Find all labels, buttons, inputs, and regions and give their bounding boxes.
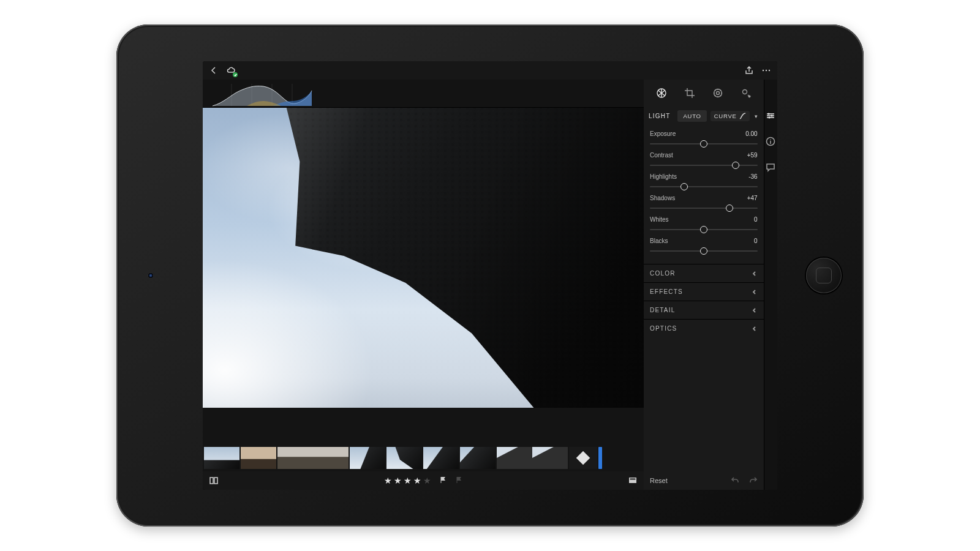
thumbnail[interactable]: [497, 447, 568, 469]
slider-knob[interactable]: [680, 183, 688, 190]
cloud-sync-status[interactable]: [226, 66, 236, 75]
auto-button[interactable]: AUTO: [677, 110, 706, 122]
thumbnail[interactable]: [277, 447, 349, 469]
flag-pick-button[interactable]: [440, 476, 447, 485]
rating-stars[interactable]: ★ ★ ★ ★ ★: [384, 476, 431, 485]
star-icon[interactable]: ★: [423, 476, 431, 485]
slider-knob[interactable]: [732, 162, 739, 169]
dock-info-button[interactable]: [765, 136, 776, 147]
histogram[interactable]: [211, 83, 312, 107]
svg-point-16: [768, 113, 770, 115]
slider-whites[interactable]: Whites0: [650, 216, 758, 234]
edit-tab-selective[interactable]: [739, 86, 753, 100]
thumbnail[interactable]: [423, 447, 459, 469]
reset-bar: Reset: [644, 471, 764, 490]
thumbnail[interactable]: [569, 447, 597, 469]
slider-label: Exposure: [650, 130, 676, 137]
slider-track[interactable]: [650, 225, 758, 234]
dock-comments-button[interactable]: [765, 162, 776, 173]
share-button[interactable]: [744, 66, 754, 75]
color-title: COLOR: [650, 270, 676, 277]
curve-icon: [739, 113, 746, 119]
edit-sidebar: LIGHT AUTO CURVE ▾ Exposure0.00Contrast+…: [644, 80, 777, 490]
slider-value: +47: [747, 195, 758, 201]
lightroom-app: ★ ★ ★ ★ ★: [203, 61, 777, 490]
light-title: LIGHT: [649, 113, 670, 119]
filmstrip-end-marker: [598, 447, 602, 469]
histogram-bar: [203, 80, 644, 108]
back-button[interactable]: [209, 66, 219, 75]
slider-track[interactable]: [650, 161, 758, 170]
filmstrip[interactable]: [203, 444, 644, 471]
effects-section[interactable]: EFFECTS: [644, 282, 764, 301]
slider-blacks[interactable]: Blacks0: [650, 238, 758, 255]
review-mode-button[interactable]: [628, 476, 638, 485]
optics-title: OPTICS: [650, 325, 677, 332]
optics-section[interactable]: OPTICS: [644, 319, 764, 337]
slider-label: Contrast: [650, 152, 673, 159]
detail-title: DETAIL: [650, 307, 675, 313]
edit-tab-adjust[interactable]: [655, 86, 668, 100]
slider-value: 0: [754, 216, 758, 223]
right-dock: [764, 80, 777, 490]
slider-track[interactable]: [650, 247, 758, 255]
bottom-bar: ★ ★ ★ ★ ★: [203, 471, 644, 490]
svg-point-15: [748, 96, 750, 98]
photo-canvas[interactable]: [203, 108, 644, 444]
detail-section[interactable]: DETAIL: [644, 301, 764, 319]
sync-ok-badge-icon: [233, 72, 238, 77]
dock-edit-button[interactable]: [765, 110, 776, 121]
curve-button[interactable]: CURVE: [710, 111, 750, 121]
undo-redo-group: [731, 476, 758, 485]
chevron-left-icon: [752, 289, 758, 295]
thumbnail-selected[interactable]: [386, 447, 422, 469]
thumbnail[interactable]: [350, 447, 385, 469]
slider-shadows[interactable]: Shadows+47: [650, 195, 758, 212]
slider-knob[interactable]: [700, 140, 707, 148]
more-button[interactable]: [761, 66, 771, 75]
slider-value: -36: [748, 173, 757, 180]
tablet-frame: ★ ★ ★ ★ ★: [116, 24, 864, 527]
slider-track[interactable]: [650, 140, 758, 148]
flag-reject-button[interactable]: [456, 476, 463, 485]
slider-knob[interactable]: [700, 247, 707, 255]
compare-button[interactable]: [209, 476, 219, 485]
svg-rect-9: [629, 478, 636, 483]
slider-track[interactable]: [650, 182, 758, 191]
slider-knob[interactable]: [726, 204, 733, 212]
curve-label: CURVE: [714, 113, 737, 119]
star-icon[interactable]: ★: [394, 476, 402, 485]
reset-button[interactable]: Reset: [650, 477, 668, 484]
edit-tab-crop[interactable]: [683, 86, 696, 100]
tablet-home-button[interactable]: [806, 258, 842, 293]
thumbnail[interactable]: [204, 447, 239, 469]
tablet-screen: ★ ★ ★ ★ ★: [203, 61, 777, 490]
slider-knob[interactable]: [700, 226, 707, 233]
thumbnail[interactable]: [460, 447, 496, 469]
star-icon[interactable]: ★: [384, 476, 392, 485]
slider-value: +59: [747, 152, 758, 159]
slider-label: Shadows: [650, 195, 675, 201]
edit-tab-presets[interactable]: [711, 86, 725, 100]
thumbnail[interactable]: [241, 447, 276, 469]
redo-button[interactable]: [749, 476, 758, 485]
edit-mode-tabs: [644, 80, 764, 107]
slider-contrast[interactable]: Contrast+59: [650, 152, 758, 170]
top-bar: [203, 61, 777, 80]
star-icon[interactable]: ★: [404, 476, 412, 485]
chevron-left-icon: [752, 307, 758, 313]
slider-value: 0: [754, 238, 758, 244]
svg-rect-10: [630, 479, 636, 480]
slider-track[interactable]: [650, 204, 758, 212]
slider-exposure[interactable]: Exposure0.00: [650, 130, 758, 148]
light-section-header[interactable]: LIGHT AUTO CURVE ▾: [644, 107, 764, 126]
collapse-light-icon[interactable]: ▾: [753, 113, 759, 119]
svg-rect-8: [214, 478, 217, 484]
color-section[interactable]: COLOR: [644, 264, 764, 282]
editor-left-column: ★ ★ ★ ★ ★: [203, 80, 644, 490]
tablet-camera: [148, 273, 153, 278]
undo-button[interactable]: [731, 476, 739, 485]
slider-highlights[interactable]: Highlights-36: [650, 173, 758, 191]
star-icon[interactable]: ★: [413, 476, 421, 485]
slider-value: 0.00: [745, 130, 757, 137]
